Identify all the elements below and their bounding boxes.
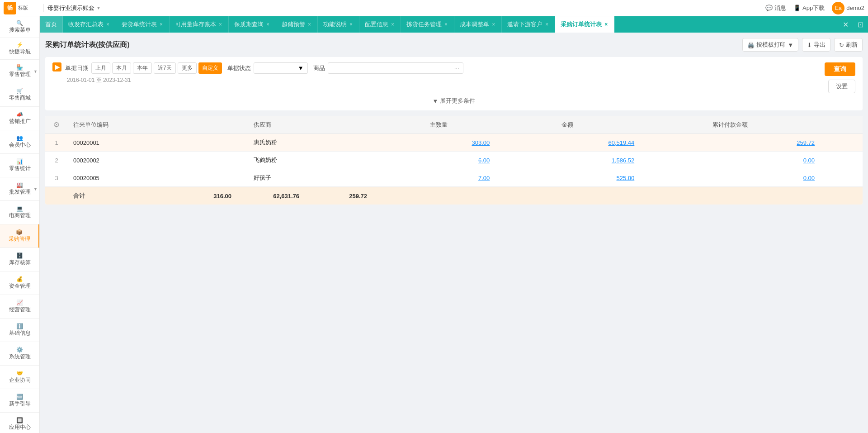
cell-paid[interactable]: 0.00 [640,169,820,187]
refresh-btn[interactable]: ↻ 刷新 [834,38,863,52]
page-content: 采购订单统计表(按供应商) 🖨️ 按模板打印 ▼ ⬇ 导出 ↻ [40,33,868,433]
close-tab-btn[interactable]: ✕ [838,20,853,29]
tab-close-icon[interactable]: × [491,21,496,28]
tab-available-stock[interactable]: 可用量库存账本 × [170,16,229,33]
user-area[interactable]: Ea demo2 [832,2,864,14]
cell-amount[interactable]: 525.80 [495,169,640,187]
sidebar-item-marketing[interactable]: 📣 营销推广 [0,107,39,130]
tab-label: 保质期查询 [234,20,264,29]
cell-supplier: 惠氏奶粉 [248,134,382,152]
table-row[interactable]: 2 00020002 飞鹤奶粉 6.00 1,586.52 0.00 [45,152,863,169]
sidebar-item-wholesale[interactable]: 🏭 批发管理 [0,177,39,201]
footer-qty: 316.00 [164,193,231,200]
setting-btn[interactable]: 设置 [828,80,855,93]
nav-tabs: 首页 收发存汇总表 × 要货单统计表 × 可用量库存账本 × 保质期查询 × [40,16,868,33]
tab-receive-summary[interactable]: 收发存汇总表 × [63,16,116,33]
sidebar-item-finance[interactable]: 💰 资金管理 [0,271,39,295]
tab-close-icon[interactable]: × [390,21,395,28]
maximize-tab-btn[interactable]: ⊡ [853,20,868,29]
tab-close-icon[interactable]: × [265,21,270,28]
logo-text: 标版 [18,5,28,11]
stat-icon: 📊 [2,158,38,165]
expand-more-btn[interactable]: ▼ 展开更多条件 [52,97,855,105]
table-row[interactable]: 1 00020001 惠氏奶粉 303.00 60,519.44 259.72 [45,134,863,152]
print-btn[interactable]: 🖨️ 按模板打印 ▼ [742,38,798,52]
tab-cost-adjust[interactable]: 成本调整单 × [454,16,502,33]
date-btn-7days[interactable]: 近7天 [154,62,176,74]
tab-label: 可用量库存账本 [175,20,216,29]
avatar: Ea [832,2,844,14]
tab-home[interactable]: 首页 [40,16,63,33]
workspace-selector[interactable]: 母婴行业演示账套 ▼ [43,4,104,12]
tab-label: 拣货任务管理 [406,20,442,29]
table-row[interactable]: 3 00020005 好孩子 7.00 525.80 0.00 [45,169,863,187]
tab-close-icon[interactable]: × [604,21,609,28]
sidebar-item-app-center[interactable]: 🔲 应用中心 [0,413,39,433]
tab-close-icon[interactable]: × [159,21,164,28]
export-btn[interactable]: ⬇ 导出 [802,38,830,52]
sidebar-item-system[interactable]: ⚙️ 系统管理 [0,342,39,366]
status-select-arrow: ▼ [298,65,304,71]
filter-expand-btn[interactable]: ▶ [52,62,61,71]
sidebar: 🔍 搜索菜单 ⚡ 快捷导航 🏪 零售管理 🛒 零售商城 📣 营销推广 👥 [0,16,40,433]
sidebar-item-inventory[interactable]: 🗄️ 库存核算 [0,248,39,271]
cell-paid[interactable]: 0.00 [640,152,820,169]
tab-overstock[interactable]: 超储预警 × [276,16,318,33]
tab-shelf-life[interactable]: 保质期查询 × [229,16,276,33]
cell-paid[interactable]: 259.72 [640,134,820,152]
tab-close-icon[interactable]: × [218,21,223,28]
date-btn-this-year[interactable]: 本年 [133,62,152,74]
tab-invite-customer[interactable]: 邀请下游客户 × [502,16,555,33]
ecommerce-icon: 💻 [2,205,38,212]
tab-close-icon[interactable]: × [105,21,110,28]
sidebar-item-guide[interactable]: 🆕 新手引导 [0,389,39,413]
tab-function-desc[interactable]: 功能说明 × [318,16,359,33]
cell-extra [820,169,863,187]
tab-order-stat[interactable]: 要货单统计表 × [116,16,170,33]
sidebar-item-member[interactable]: 👥 会员中心 [0,130,39,154]
column-settings-icon[interactable]: ⚙ [53,121,60,128]
nav-tab-actions: ✕ ⊡ [838,20,868,29]
sidebar-item-ecommerce[interactable]: 💻 电商管理 [0,201,39,224]
tab-config-info[interactable]: 配置信息 × [359,16,401,33]
sidebar-nav-item[interactable]: ⚡ 快捷导航 [0,38,39,60]
cell-qty[interactable]: 303.00 [382,134,495,152]
date-btn-last-month[interactable]: 上月 [91,62,110,74]
footer-amount: 62,631.76 [231,193,299,200]
tab-pick-task[interactable]: 拣货任务管理 × [401,16,454,33]
query-actions: 查询 设置 [825,62,855,93]
sidebar-item-basic-info[interactable]: ℹ️ 基础信息 [0,319,39,342]
cell-supplier: 飞鹤奶粉 [248,152,382,169]
sidebar-item-retail-mgmt[interactable]: 🏪 零售管理 [0,60,39,83]
tab-purchase-order-stat[interactable]: 采购订单统计表 × [555,16,614,33]
tab-label: 成本调整单 [460,20,489,29]
export-icon: ⬇ [807,42,812,48]
sidebar-item-retail-stat[interactable]: 📊 零售统计 [0,154,39,177]
cell-qty[interactable]: 7.00 [382,169,495,187]
cell-qty[interactable]: 6.00 [382,152,495,169]
message-btn[interactable]: 💬 消息 [765,4,786,12]
cell-amount[interactable]: 1,586.52 [495,152,640,169]
sidebar-item-operation[interactable]: 📈 经营管理 [0,295,39,319]
cell-amount[interactable]: 60,519.44 [495,134,640,152]
tab-close-icon[interactable]: × [307,21,312,28]
query-btn[interactable]: 查询 [825,62,855,76]
cell-code: 00020005 [68,169,248,187]
content-area: 首页 收发存汇总表 × 要货单统计表 × 可用量库存账本 × 保质期查询 × [40,16,868,433]
tab-close-icon[interactable]: × [443,21,448,28]
sidebar-search-item[interactable]: 🔍 搜索菜单 [0,16,39,38]
date-btn-this-month[interactable]: 本月 [112,62,131,74]
footer-label: 合计 [73,192,164,200]
app-download-btn[interactable]: 📱 App下载 [793,4,825,12]
date-custom-badge[interactable]: 自定义 [198,62,222,74]
sidebar-item-purchase[interactable]: 📦 采购管理 [0,224,39,248]
tab-close-icon[interactable]: × [544,21,549,28]
filter-goods-input[interactable]: ··· [328,62,463,74]
app-container: 畅 标版 母婴行业演示账套 ▼ 💬 消息 📱 App下载 Ea demo2 [0,0,868,433]
sidebar-item-collab[interactable]: 🤝 企业协同 [0,366,39,389]
cell-extra [820,134,863,152]
tab-close-icon[interactable]: × [349,21,354,28]
sidebar-item-retail-mall[interactable]: 🛒 零售商城 [0,83,39,107]
filter-status-select[interactable]: ▼ [254,62,308,74]
date-btn-more[interactable]: 更多 [178,62,197,74]
